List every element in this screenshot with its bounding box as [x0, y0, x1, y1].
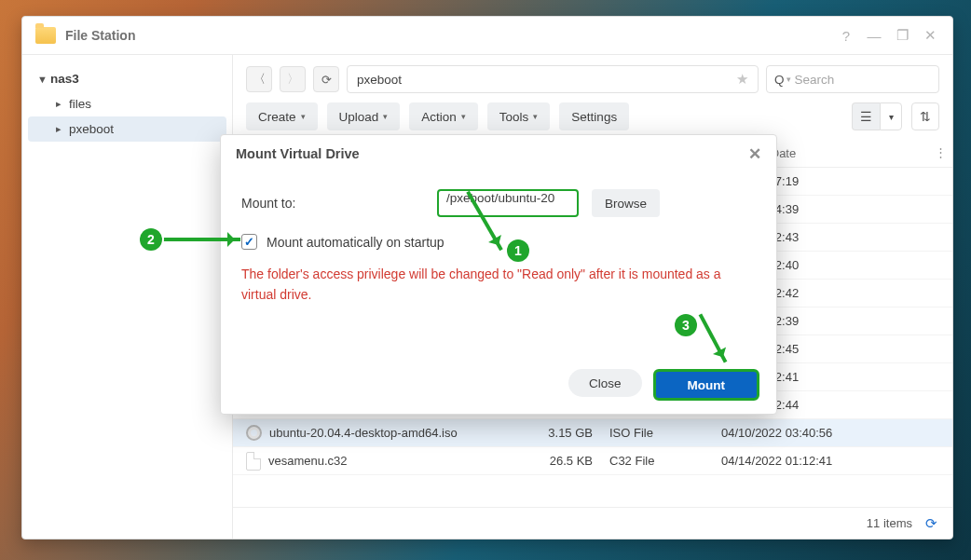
dialog-close-icon[interactable]: ✕ [748, 144, 761, 164]
columns-more-icon[interactable]: ⋮ [935, 145, 947, 159]
cell-type: C32 File [609, 454, 721, 468]
action-button[interactable]: Action▾ [409, 102, 478, 130]
sidebar-root[interactable]: ▼ nas3 [28, 66, 226, 91]
minimize-button[interactable]: — [865, 28, 883, 44]
nav-forward-button[interactable]: 〉 [280, 66, 306, 92]
help-button[interactable]: ? [837, 28, 855, 44]
sort-button[interactable]: ⇅ [911, 102, 939, 130]
item-count: 11 items [867, 516, 912, 530]
dialog-title: Mount Virtual Drive [236, 146, 360, 161]
caret-down-icon: ▾ [786, 75, 791, 84]
nav-back-button[interactable]: 〈 [246, 66, 272, 92]
sidebar-item-pxeboot[interactable]: ▸ pxeboot [28, 116, 226, 142]
table-row[interactable]: ubuntu-20.04.4-desktop-amd64.iso3.15 GBI… [233, 419, 952, 447]
search-icon: Q [774, 73, 785, 87]
close-window-button[interactable]: ✕ [921, 27, 939, 44]
browse-button[interactable]: Browse [592, 189, 660, 217]
sidebar-item-files[interactable]: ▸ files [28, 91, 226, 116]
path-box[interactable]: pxeboot ★ [347, 65, 759, 93]
auto-mount-label: Mount automatically on startup [267, 235, 444, 250]
view-caret-button[interactable]: ▾ [880, 102, 902, 130]
sidebar-item-label: files [69, 97, 91, 111]
cell-name: vesamenu.c32 [246, 452, 526, 471]
status-footer: 11 items ⟳ [233, 507, 952, 539]
caret-right-icon: ▸ [56, 98, 63, 110]
path-text: pxeboot [357, 73, 402, 87]
dialog-mount-button[interactable]: Mount [653, 369, 759, 401]
sidebar: ▼ nas3 ▸ files ▸ pxeboot [22, 55, 233, 539]
cell-size: 26.5 KB [526, 454, 609, 468]
sidebar-item-label: pxeboot [69, 122, 114, 136]
table-row[interactable]: vesamenu.c3226.5 KBC32 File04/14/2022 01… [233, 447, 952, 475]
create-button[interactable]: Create▾ [246, 102, 318, 130]
settings-button[interactable]: Settings [559, 102, 629, 130]
mount-virtual-drive-dialog: Mount Virtual Drive ✕ Mount to: /pxeboot… [220, 134, 777, 415]
view-mode-group: ☰ ▾ [852, 102, 902, 130]
annotation-badge-1: 1 [507, 239, 529, 262]
list-view-button[interactable]: ☰ [852, 102, 880, 130]
disc-icon [246, 425, 262, 441]
search-placeholder: Search [795, 73, 835, 87]
cell-name: ubuntu-20.04.4-desktop-amd64.iso [246, 425, 526, 441]
titlebar: File Station ? — ❐ ✕ [22, 17, 952, 55]
dialog-close-button[interactable]: Close [568, 369, 642, 397]
annotation-arrow-2 [162, 238, 240, 241]
warning-text: The folder's access privilege will be ch… [241, 265, 756, 305]
maximize-button[interactable]: ❐ [893, 27, 911, 44]
footer-refresh-icon[interactable]: ⟳ [925, 515, 937, 532]
caret-right-icon: ▸ [56, 123, 63, 135]
address-toolbar: 〈 〉 ⟳ pxeboot ★ Q▾ Search [233, 55, 952, 99]
cell-modified: 04/10/2022 03:40:56 [721, 426, 913, 440]
nav-refresh-button[interactable]: ⟳ [313, 66, 339, 92]
favorite-star-icon[interactable]: ★ [736, 71, 748, 88]
app-title: File Station [65, 28, 827, 43]
annotation-badge-2: 2 [140, 228, 162, 251]
cell-modified: 04/14/2022 01:12:41 [721, 454, 913, 468]
cell-type: ISO File [609, 426, 721, 440]
search-box[interactable]: Q▾ Search [766, 65, 939, 93]
caret-down-icon: ▼ [37, 74, 45, 85]
auto-mount-checkbox[interactable]: ✓ [241, 234, 257, 250]
app-folder-icon [35, 27, 56, 44]
upload-button[interactable]: Upload▾ [327, 102, 401, 130]
tools-button[interactable]: Tools▾ [487, 102, 551, 130]
file-icon [246, 452, 261, 471]
mount-to-label: Mount to: [241, 196, 424, 211]
sidebar-root-label: nas3 [50, 72, 79, 86]
annotation-badge-3: 3 [675, 314, 697, 336]
mount-to-input[interactable]: /pxeboot/ubuntu-20 [437, 189, 579, 217]
cell-size: 3.15 GB [526, 426, 609, 440]
